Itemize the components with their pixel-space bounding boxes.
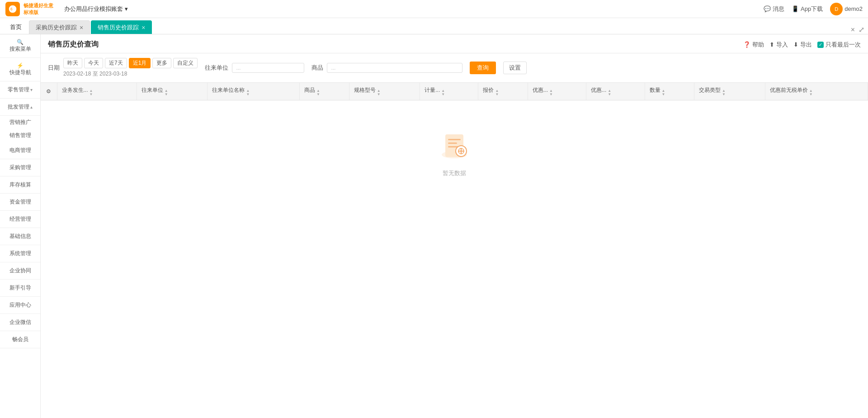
- tab-sales-label: 销售历史价跟踪: [98, 24, 139, 32]
- tab-purchase-label: 采购历史价跟踪: [36, 24, 77, 32]
- th-no-tax-price[interactable]: 优惠前无税单价▲▼: [765, 83, 868, 100]
- page-header: 销售历史价查询 ❓ 帮助 ⬆ 导入 ⬇ 导出 只看最后一次: [41, 34, 868, 53]
- tab-home[interactable]: 首页: [4, 20, 28, 34]
- date-btn-today[interactable]: 今天: [84, 58, 103, 68]
- tab-purchase[interactable]: 采购历史价跟踪 ×: [29, 20, 90, 34]
- message-button[interactable]: 💬 消息: [764, 5, 784, 13]
- main-layout: 🔍 搜索菜单 ⚡ 快捷导航 零售管理 ▾ 批发管理 ▴ 营销推广 销售管理 电商…: [0, 34, 868, 418]
- sidebar-item-operations[interactable]: 经营管理: [0, 211, 40, 228]
- filter-bar: 日期 昨天 今天 近7天 近1月 更多 自定义 2023-02-18 至 202…: [41, 53, 868, 83]
- chevron-down-icon: ▾: [30, 87, 33, 92]
- sidebar-item-enterprise[interactable]: 企业协同: [0, 262, 40, 280]
- date-btn-yesterday[interactable]: 昨天: [63, 58, 82, 68]
- date-btn-1month[interactable]: 近1月: [129, 58, 151, 68]
- sidebar-item-ecommerce[interactable]: 电商管理: [0, 142, 40, 159]
- logo-text: 畅捷通好生意 标准版: [24, 2, 53, 15]
- query-button[interactable]: 查询: [470, 62, 496, 74]
- goods-label: 商品: [311, 64, 323, 72]
- help-icon: ❓: [743, 41, 750, 48]
- page-actions: ❓ 帮助 ⬆ 导入 ⬇ 导出 只看最后一次: [743, 41, 861, 49]
- sidebar-item-member[interactable]: 畅会员: [0, 331, 40, 348]
- settings-button[interactable]: 设置: [503, 62, 527, 74]
- search-icon: 🔍: [17, 39, 24, 45]
- tabbar: 首页 采购历史价跟踪 × 销售历史价跟踪 × × ⤢: [0, 18, 868, 34]
- sidebar-item-base[interactable]: 基础信息: [0, 228, 40, 245]
- th-spec[interactable]: 规格型号▲▼: [349, 83, 420, 100]
- sidebar-item-wechat[interactable]: 企业微信: [0, 314, 40, 331]
- tab-sales-close[interactable]: ×: [142, 24, 145, 31]
- sidebar-item-retail[interactable]: 零售管理 ▾: [0, 81, 40, 99]
- app-selector[interactable]: 办公用品行业模拟账套 ▾: [64, 5, 128, 13]
- sidebar-item-purchase-mgmt[interactable]: 采购管理: [0, 159, 40, 176]
- empty-state: 暂无数据: [41, 100, 868, 204]
- th-unit[interactable]: 计量...▲▼: [420, 83, 478, 100]
- topbar-right: 💬 消息 📱 App下载 D demo2: [764, 3, 863, 15]
- last-only-checkbox[interactable]: 只看最后一次: [817, 41, 861, 49]
- th-price[interactable]: 报价▲▼: [478, 83, 528, 100]
- table-header-row: ⚙ 业务发生...▲▼ 往来单位▲▼ 往来单位名称▲▼ 商品▲▼: [41, 83, 868, 100]
- th-qty[interactable]: 数量▲▼: [645, 83, 694, 100]
- sidebar-item-wholesale[interactable]: 批发管理 ▴: [0, 99, 40, 116]
- sidebar-item-inventory[interactable]: 库存核算: [0, 176, 40, 194]
- th-biz-date[interactable]: 业务发生...▲▼: [57, 83, 137, 100]
- sidebar-item-finance[interactable]: 资金管理: [0, 194, 40, 211]
- message-icon: 💬: [764, 5, 771, 12]
- download-icon: 📱: [792, 5, 799, 12]
- partner-placeholder: ...: [236, 65, 241, 71]
- th-discount1[interactable]: 优惠...▲▼: [528, 83, 586, 100]
- sidebar-item-apps[interactable]: 应用中心: [0, 297, 40, 314]
- sidebar-item-wholesale-label: 批发管理: [8, 103, 29, 111]
- th-discount2[interactable]: 优惠...▲▼: [586, 83, 645, 100]
- th-trade-type[interactable]: 交易类型▲▼: [694, 83, 765, 100]
- content-area: 销售历史价查询 ❓ 帮助 ⬆ 导入 ⬇ 导出 只看最后一次: [41, 34, 868, 418]
- svg-point-0: [9, 5, 17, 13]
- goods-input[interactable]: ...: [327, 63, 462, 73]
- svg-rect-4: [448, 139, 461, 140]
- tab-sales[interactable]: 销售历史价跟踪 ×: [91, 20, 152, 34]
- sidebar-item-quick[interactable]: ⚡ 快捷导航: [0, 58, 40, 81]
- page-title: 销售历史价查询: [48, 40, 99, 49]
- th-partner-code[interactable]: 往来单位▲▼: [137, 83, 208, 100]
- date-btn-7days[interactable]: 近7天: [105, 58, 127, 68]
- chevron-up-icon: ▴: [30, 104, 33, 109]
- sidebar-item-retail-label: 零售管理: [8, 86, 29, 94]
- topbar: 6 畅捷通好生意 标准版 办公用品行业模拟账套 ▾ 💬 消息 📱 App下载 D…: [0, 0, 868, 18]
- date-btn-custom[interactable]: 自定义: [173, 58, 198, 68]
- empty-icon: [436, 128, 472, 164]
- checkbox-icon: [817, 42, 824, 48]
- sidebar-item-quick-label: 快捷导航: [2, 69, 38, 76]
- goods-filter-group: 商品 ...: [311, 63, 462, 73]
- tab-purchase-close[interactable]: ×: [80, 24, 83, 31]
- sidebar: 🔍 搜索菜单 ⚡ 快捷导航 零售管理 ▾ 批发管理 ▴ 营销推广 销售管理 电商…: [0, 34, 41, 418]
- sidebar-item-search-label: 搜索菜单: [2, 45, 38, 53]
- export-icon: ⬇: [793, 41, 798, 48]
- help-button[interactable]: ❓ 帮助: [743, 41, 764, 49]
- date-buttons: 昨天 今天 近7天 近1月 更多 自定义: [63, 58, 198, 68]
- user-menu[interactable]: D demo2: [830, 3, 863, 15]
- date-btn-more[interactable]: 更多: [152, 58, 171, 68]
- partner-input[interactable]: ...: [232, 63, 304, 73]
- th-settings[interactable]: ⚙: [41, 83, 57, 100]
- th-goods[interactable]: 商品▲▼: [300, 83, 349, 100]
- app-name-label: 办公用品行业模拟账套: [64, 5, 123, 13]
- data-table: ⚙ 业务发生...▲▼ 往来单位▲▼ 往来单位名称▲▼ 商品▲▼: [41, 83, 868, 100]
- chevron-down-icon: ▾: [125, 5, 128, 12]
- close-window-button[interactable]: ×: [851, 26, 855, 34]
- empty-text: 暂无数据: [443, 169, 466, 177]
- th-partner-name[interactable]: 往来单位名称▲▼: [208, 83, 300, 100]
- sidebar-item-system[interactable]: 系统管理: [0, 245, 40, 262]
- app-download-button[interactable]: 📱 App下载: [792, 5, 823, 13]
- sidebar-item-newbie[interactable]: 新手引导: [0, 280, 40, 297]
- sidebar-item-marketing[interactable]: 营销推广: [0, 116, 40, 129]
- avatar: D: [830, 3, 843, 15]
- import-icon: ⬆: [769, 41, 774, 48]
- date-label: 日期: [48, 64, 60, 72]
- svg-rect-5: [448, 142, 457, 144]
- sidebar-item-search[interactable]: 🔍 搜索菜单: [0, 34, 40, 58]
- svg-text:6: 6: [10, 7, 13, 11]
- maximize-window-button[interactable]: ⤢: [859, 25, 864, 34]
- tab-home-label: 首页: [10, 23, 22, 31]
- import-button[interactable]: ⬆ 导入: [769, 41, 788, 49]
- export-button[interactable]: ⬇ 导出: [793, 41, 812, 49]
- sidebar-item-sales-mgmt[interactable]: 销售管理: [0, 129, 40, 142]
